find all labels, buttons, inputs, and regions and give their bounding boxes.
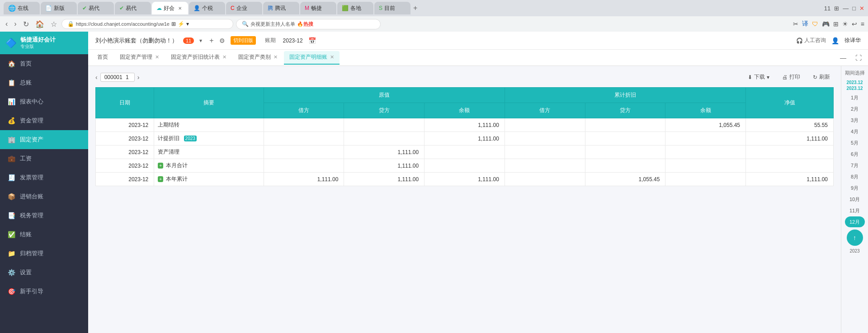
- table-row[interactable]: 2023-12 上期结转 1,111.00 1,055.45 55.55: [96, 118, 834, 132]
- browser-tab-tencent[interactable]: 腾 腾讯: [263, 2, 299, 14]
- sidebar-item-funds[interactable]: 💰 资金管理: [0, 111, 88, 130]
- browser-tab-close[interactable]: ✕: [178, 6, 182, 11]
- month-item-1[interactable]: 1月: [845, 92, 865, 103]
- month-item-2[interactable]: 2月: [845, 103, 865, 114]
- page-next-button[interactable]: ›: [137, 74, 140, 81]
- maximize-window-button[interactable]: □: [852, 5, 856, 12]
- browser-tab-online[interactable]: 🌐 在线: [4, 2, 40, 14]
- menu-icon[interactable]: ≡: [861, 20, 864, 28]
- history-icon[interactable]: ↩: [852, 20, 857, 28]
- sidebar-item-close[interactable]: ✅ 结账: [0, 225, 88, 244]
- sidebar-item-purchase-sale[interactable]: 📦 进销台账: [0, 187, 88, 206]
- download-icon: ⬇: [748, 74, 752, 80]
- cell-orig-balance: 1,111.00: [425, 173, 505, 186]
- scissors-icon[interactable]: ✂: [793, 20, 798, 28]
- tab-depreciation-stats[interactable]: 固定资产折旧统计表 ✕: [165, 51, 232, 65]
- search-bar[interactable]: 🔍 央视更新主持人名单 🔥热搜: [236, 19, 381, 29]
- cell-orig-balance: [425, 159, 505, 173]
- tab-close-1[interactable]: ✕: [155, 54, 159, 60]
- month-item-9[interactable]: 9月: [845, 183, 865, 193]
- month-item-4[interactable]: 4月: [845, 126, 865, 137]
- switch-version-button[interactable]: 切到旧版: [231, 36, 256, 45]
- download-button[interactable]: ⬇ 下载 ▾: [744, 71, 773, 83]
- table-row[interactable]: 2023-12 + 本月合计 1,111.00: [96, 159, 834, 173]
- sidebar-item-home[interactable]: 🏠 首页: [0, 54, 88, 73]
- bookmark-button[interactable]: ☆: [49, 18, 59, 30]
- month-item-10[interactable]: 10月: [845, 194, 865, 205]
- browser-tab-muqian[interactable]: S 目前: [374, 2, 410, 14]
- settings-mini-button[interactable]: ⚙: [219, 37, 225, 44]
- grid-icon[interactable]: ⊞: [833, 20, 839, 28]
- tab-asset-detail-ledger[interactable]: 固定资产明细账 ✕: [284, 51, 340, 65]
- month-item-5[interactable]: 5月: [845, 137, 865, 148]
- browser-tab-new[interactable]: 📄 新版: [41, 2, 77, 14]
- tab-menu-button[interactable]: ⊞: [834, 5, 839, 12]
- browser-tab-yidai1[interactable]: ✔ 易代: [78, 2, 114, 14]
- browser-tab-changjie[interactable]: M 畅捷: [300, 2, 336, 14]
- home-button[interactable]: 🏠: [33, 18, 46, 30]
- tab-home[interactable]: 首页: [92, 51, 113, 65]
- extension-icon[interactable]: 🛡: [812, 20, 818, 28]
- game-icon[interactable]: 🎮: [822, 20, 830, 28]
- minimize-window-button[interactable]: —: [843, 5, 849, 12]
- month-item-3[interactable]: 3月: [845, 115, 865, 126]
- minimize-tab-button[interactable]: —: [837, 53, 849, 62]
- sidebar-item-settings[interactable]: ⚙️ 设置: [0, 263, 88, 282]
- url-bar[interactable]: 🔒 https://cloud.chanjet.com/accounting/u…: [61, 19, 233, 29]
- add-account-button[interactable]: +: [209, 37, 213, 45]
- browser-tab-yidai2[interactable]: ✔ 易代: [115, 2, 151, 14]
- minimize-button[interactable]: 11: [824, 5, 830, 12]
- sidebar-item-archive[interactable]: 📁 归档管理: [0, 244, 88, 263]
- funds-icon: 💰: [7, 117, 15, 124]
- browser-tab-haohui[interactable]: ☁ 好会 ✕: [152, 2, 188, 14]
- translate-icon[interactable]: 译: [802, 20, 808, 28]
- help-button[interactable]: ↑: [847, 230, 863, 246]
- user-avatar[interactable]: 👤: [831, 37, 839, 44]
- sidebar-item-ledger[interactable]: 📋 总账: [0, 73, 88, 92]
- sidebar-item-reports[interactable]: 📊 报表中心: [0, 92, 88, 111]
- cell-dep-debit: [505, 132, 585, 145]
- back-button[interactable]: ‹: [4, 18, 9, 30]
- print-button[interactable]: 🖨 打印: [778, 71, 804, 83]
- sidebar-item-invoice[interactable]: 🧾 发票管理: [0, 168, 88, 187]
- th-dep-balance: 余额: [665, 103, 746, 118]
- tab-close-2[interactable]: ✕: [222, 54, 226, 60]
- refresh-button[interactable]: ↻ 刷新: [809, 71, 834, 83]
- sidebar-item-salary[interactable]: 💼 工资: [0, 149, 88, 168]
- customer-service-button[interactable]: 🎧 人工咨询: [796, 37, 826, 44]
- url-dropdown-icon[interactable]: ▾: [186, 21, 189, 27]
- tab-fixed-asset-management[interactable]: 固定资产管理 ✕: [114, 51, 165, 65]
- cell-date: 2023-12: [96, 118, 154, 132]
- month-item-7[interactable]: 7月: [845, 160, 865, 171]
- sidebar-item-fixed-assets[interactable]: 🏢 固定资产: [0, 130, 88, 149]
- download-dropdown-icon[interactable]: ▾: [767, 74, 769, 80]
- month-item-8[interactable]: 8月: [845, 171, 865, 182]
- sidebar-item-tax[interactable]: 📑 税务管理: [0, 206, 88, 225]
- table-row[interactable]: 2023-12 + 本年累计 1,111.00 1,111.00 1,111.0…: [96, 173, 834, 186]
- th-orig-balance: 余额: [425, 103, 505, 118]
- browser-tab-qiye[interactable]: C 企业: [226, 2, 262, 14]
- tab-close-4[interactable]: ✕: [330, 54, 334, 60]
- feedback-button[interactable]: 2023: [849, 249, 859, 253]
- new-tab-button[interactable]: +: [413, 4, 417, 12]
- table-row[interactable]: 2023-12 资产清理 1,111.00: [96, 145, 834, 159]
- table-row[interactable]: 2023-12 计提折旧 2023 1,111.00 1,111.00: [96, 132, 834, 145]
- tab-close-3[interactable]: ✕: [274, 54, 278, 60]
- page-prev-button[interactable]: ‹: [95, 74, 98, 81]
- browser-tab-gedi[interactable]: 🟩 各地: [337, 2, 373, 14]
- dropdown-icon[interactable]: ▾: [199, 38, 202, 44]
- cell-orig-credit: [344, 132, 425, 145]
- company-name: 刘小艳演示账套（勿删勿动！）: [95, 37, 178, 45]
- sidebar-item-guide[interactable]: 🎯 新手引导: [0, 282, 88, 301]
- sun-icon[interactable]: ☀: [842, 20, 848, 28]
- month-item-6[interactable]: 6月: [845, 149, 865, 159]
- tab-asset-category[interactable]: 固定资产类别 ✕: [233, 51, 283, 65]
- browser-tab-geshui[interactable]: 👤 个税: [189, 2, 225, 14]
- forward-button[interactable]: ›: [12, 18, 18, 30]
- close-window-button[interactable]: ✕: [859, 5, 864, 12]
- expand-tab-button[interactable]: ⛶: [853, 53, 864, 62]
- month-item-12[interactable]: 12月: [845, 216, 865, 227]
- reload-button[interactable]: ↻: [21, 18, 31, 30]
- calendar-icon[interactable]: 📅: [308, 37, 316, 44]
- month-item-11[interactable]: 11月: [845, 205, 865, 216]
